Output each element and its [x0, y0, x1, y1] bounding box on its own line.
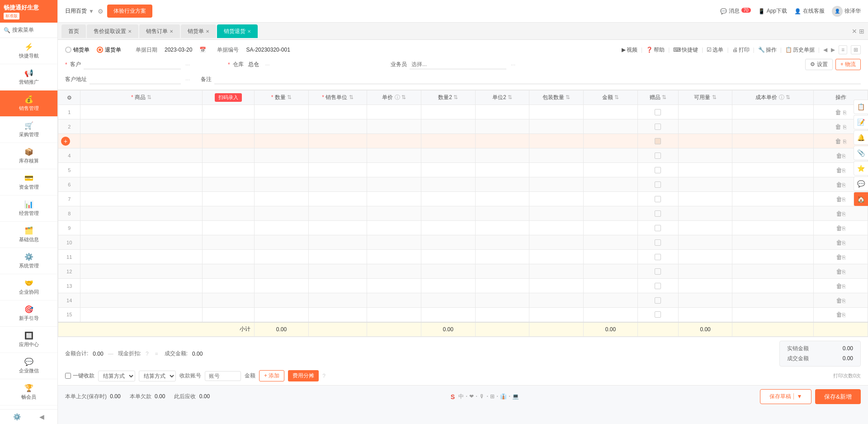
sidebar-item-system[interactable]: ⚙️ 系统管理 [0, 248, 57, 274]
toolbar-operate[interactable]: 🔧 操作 [758, 46, 777, 54]
help-question-icon[interactable]: ? [146, 351, 149, 357]
gift-checkbox[interactable] [655, 181, 661, 188]
unit-cell[interactable] [308, 134, 367, 148]
cost-price-cell[interactable] [732, 119, 814, 134]
cost-price-cell[interactable] [732, 134, 814, 148]
fee-split-btn[interactable]: 费用分摊 [288, 370, 319, 381]
gift-cell[interactable] [637, 105, 678, 119]
settlement-method-select[interactable]: 结算方式 [98, 371, 135, 381]
goods-input[interactable] [83, 138, 199, 144]
copy-row-btn[interactable]: ⎘ [843, 124, 846, 130]
right-panel-home[interactable]: 🏠 [854, 192, 868, 206]
unit2-cell[interactable] [475, 134, 529, 148]
copy-row-btn[interactable]: ⎘ [842, 312, 845, 318]
save-draft-btn[interactable]: 保存草稿 ▼ [760, 389, 812, 404]
topbar-settings-icon[interactable]: ⚙ [98, 8, 104, 15]
sidebar-item-marketing[interactable]: 📢 营销推广 [0, 64, 57, 91]
price-cell[interactable] [367, 105, 421, 119]
view-toggle-grid[interactable]: ⊞ [851, 45, 861, 54]
th-scan[interactable]: 扫码录入 [202, 91, 254, 105]
pack-cell[interactable] [529, 119, 584, 134]
available-cell[interactable] [678, 119, 732, 134]
delete-row-btn[interactable]: 🗑 [836, 210, 842, 217]
save-new-btn[interactable]: 保存&新增 [815, 389, 861, 404]
user-menu[interactable]: 👤 徐泽华 [832, 6, 861, 17]
gift-checkbox[interactable] [655, 210, 661, 217]
add-row-btn[interactable]: + [61, 137, 70, 146]
qty2-cell[interactable] [421, 134, 475, 148]
online-support-btn[interactable]: 👤 在线客服 [794, 7, 825, 15]
toolbar-shortcut[interactable]: ⌨ 快捷键 [673, 46, 698, 54]
unit2-sort-icon[interactable]: ⇅ [508, 94, 512, 100]
available-sort-icon[interactable]: ⇅ [712, 94, 717, 100]
gift-cell[interactable] [637, 119, 678, 134]
copy-row-btn[interactable]: ⎘ [842, 240, 845, 246]
unit2-cell[interactable] [475, 119, 529, 134]
qty2-cell[interactable] [421, 105, 475, 119]
settings-btn[interactable]: ⚙ 设置 [805, 59, 832, 70]
qty-cell[interactable] [255, 134, 309, 148]
toolbar-print[interactable]: 🖨 打印 [732, 46, 750, 54]
delete-row-btn[interactable]: 🗑 [836, 224, 842, 232]
toolbar-help[interactable]: ❓ 帮助 [646, 46, 665, 54]
note-input[interactable] [214, 75, 861, 84]
amount-cell[interactable] [584, 119, 638, 134]
tab-sales-goods-close[interactable]: ✕ [206, 29, 209, 34]
copy-row-btn[interactable]: ⎘ [843, 110, 846, 116]
tab-price-settings[interactable]: 售价提取设置 ✕ [87, 24, 138, 38]
right-panel-chat[interactable]: 💬 [854, 176, 868, 191]
copy-row-btn[interactable]: ⎘ [842, 225, 845, 232]
staff-expand-icon[interactable]: ··· [509, 62, 517, 68]
one-key-payment-input[interactable] [65, 373, 71, 379]
gift-checkbox[interactable] [655, 225, 661, 231]
staff-input[interactable] [410, 60, 506, 69]
sidebar-item-inventory[interactable]: 📦 库存核算 [0, 143, 57, 169]
gift-checkbox[interactable] [655, 152, 661, 159]
customer-expand-icon[interactable]: ··· [184, 62, 192, 68]
amount-cell[interactable] [584, 105, 638, 119]
gift-checkbox[interactable] [655, 283, 661, 289]
settings-bottom-icon[interactable]: ⚙️ [13, 413, 21, 420]
toolbar-video[interactable]: ▶ 视频 [622, 46, 637, 54]
delete-row-btn[interactable]: 🗑 [836, 297, 842, 304]
tab-sales-return-close[interactable]: ✕ [247, 29, 251, 34]
nav-prev-icon[interactable]: ◀ [823, 47, 827, 53]
tab-sales-return[interactable]: 销货退货 ✕ [217, 24, 258, 38]
unit2-cell[interactable] [475, 105, 529, 119]
search-menu[interactable]: 🔍 搜索菜单 [0, 23, 57, 38]
gift-sort-icon[interactable]: ⇅ [662, 94, 666, 100]
goods-cell[interactable] [80, 105, 202, 119]
logistics-btn[interactable]: + 物流 [835, 59, 861, 70]
gift-checkbox[interactable] [655, 311, 661, 318]
copy-row-btn[interactable]: ⎘ [842, 298, 845, 304]
address-expand-icon[interactable]: ··· [184, 76, 192, 83]
delete-row-btn[interactable]: 🗑 [835, 123, 841, 130]
toolbar-select[interactable]: ☑ 选单 [707, 46, 723, 54]
copy-row-btn[interactable]: ⎘ [842, 283, 845, 290]
gift-checkbox[interactable] [655, 268, 661, 275]
sidebar-item-purchase[interactable]: 🛒 采购管理 [0, 117, 57, 143]
unit-sort-icon[interactable]: ⇅ [349, 94, 354, 100]
copy-row-btn[interactable]: ⎘ [842, 269, 845, 275]
amount-cell[interactable] [584, 134, 638, 148]
available-cell[interactable] [678, 134, 732, 148]
sidebar-item-sales[interactable]: 💰 销售管理 [0, 91, 57, 117]
tab-home[interactable]: 首页 [61, 24, 86, 38]
message-btn[interactable]: 💬 消息 70 [720, 7, 751, 15]
address-input[interactable] [90, 75, 181, 84]
delete-row-btn[interactable]: 🗑 [835, 109, 841, 116]
pack-cell[interactable] [529, 134, 584, 148]
gift-cell[interactable] [637, 134, 678, 148]
copy-row-btn[interactable]: ⎘ [842, 196, 845, 203]
copy-row-btn[interactable]: ⎘ [842, 211, 845, 217]
delete-row-btn[interactable]: 🗑 [836, 253, 842, 261]
fee-help-icon[interactable]: ? [322, 373, 326, 379]
sidebar-item-appstore[interactable]: 🔲 应用中心 [0, 327, 57, 353]
delete-row-btn[interactable]: 🗑 [836, 268, 842, 275]
radio-return[interactable]: 退货单 [97, 46, 121, 54]
available-cell[interactable] [678, 105, 732, 119]
gift-checkbox[interactable] [655, 196, 661, 202]
th-settings[interactable]: ⚙ [58, 91, 80, 105]
qty-cell[interactable] [255, 105, 309, 119]
gift-checkbox[interactable] [655, 124, 661, 130]
